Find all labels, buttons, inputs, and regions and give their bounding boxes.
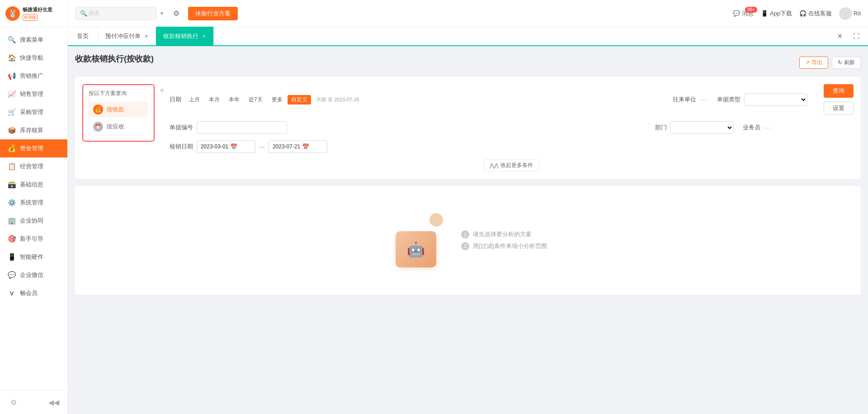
filter-fields: 日期 上月 本月 本年 近7天 更多 自定义 不限 至 2023-07-26 往… (170, 84, 854, 171)
refresh-button[interactable]: ↻ 刷新 (832, 57, 861, 69)
doc-number-field: 单据编号 (170, 121, 287, 134)
date-unlimited-text: 不限 至 2023-07-26 (316, 96, 359, 103)
date-field: 日期 上月 本月 本年 近7天 更多 自定义 不限 至 2023-07-26 (170, 95, 359, 105)
tab-actions: ✕ ⛶ (834, 30, 868, 43)
finance-icon: 💰 (7, 144, 16, 153)
header-search-area: 🔍 搜索 ▼ ⚙ 休验行业方案 (75, 6, 733, 21)
writeoff-end-date[interactable]: 2023-07-21 📅 (269, 140, 327, 153)
tab-prepaid-close[interactable]: ✕ (144, 33, 148, 39)
sidebar-item-system[interactable]: ⚙️ 系统管理 (0, 194, 67, 212)
search-dropdown-icon[interactable]: ▼ (159, 10, 165, 17)
marketing-icon: 📢 (7, 71, 16, 81)
sidebar-item-sales[interactable]: 📈 销售管理 (0, 85, 67, 103)
sales-icon: 📈 (7, 90, 16, 99)
messages-button[interactable]: 💬 消息 99+ (733, 10, 754, 18)
receivable-icon: ⏰ (93, 122, 103, 132)
sidebar-item-guide[interactable]: 🎯 新手引导 (0, 230, 67, 248)
filter-by-receipt[interactable]: 💰 按收款 (89, 102, 148, 117)
counterpart-field: 往来单位 ··· (673, 95, 708, 104)
member-icon: V (7, 289, 16, 298)
hint-2: 2 用[过滤]条件来缩小分析范围 (461, 242, 547, 250)
date-btn-7days[interactable]: 近7天 (245, 95, 267, 105)
sidebar-item-basic-info[interactable]: 🗃️ 基础信息 (0, 176, 67, 194)
sidebar-item-quick-nav[interactable]: 🏠 快捷导航 (0, 49, 67, 67)
settings-button[interactable]: 设置 (824, 101, 854, 115)
tab-expand-icon[interactable]: ⛶ (850, 30, 863, 43)
query-type-title: 按以下方案查询 (89, 90, 148, 97)
date-btn-this-month[interactable]: 本月 (205, 95, 224, 105)
dept-label: 部门 (655, 124, 667, 132)
industry-solution-button[interactable]: 休验行业方案 (188, 7, 238, 20)
date-btn-more[interactable]: 更多 (268, 95, 287, 105)
logo-icon: 🐰 (5, 6, 20, 21)
message-icon: 💬 (733, 10, 740, 17)
page-title: 收款核销执行(按收款) (75, 53, 154, 64)
tab-close-all-icon[interactable]: ✕ (834, 30, 846, 43)
search-box[interactable]: 🔍 搜索 (75, 7, 156, 20)
doc-type-select[interactable] (744, 93, 807, 106)
robot-head-bubble (429, 213, 443, 227)
logo-text: 畅捷通好生意 标准版 (23, 6, 52, 21)
sidebar-item-hardware[interactable]: 📱 智能硬件 (0, 248, 67, 266)
filter-by-receivable[interactable]: ⏰ 按应收 (89, 119, 148, 134)
empty-hints: 1 请先选择要分析的方案 2 用[过滤]条件来缩小分析范围 (461, 230, 547, 250)
search-icon: 🔍 (7, 35, 16, 44)
main-area: 🔍 搜索 ▼ ⚙ 休验行业方案 💬 消息 99+ 📱 App下载 🎧 在线客服 (68, 0, 868, 414)
staff-dots: ··· (764, 124, 772, 131)
tab-bar: 首页 预付冲应付单 ✕ 收款核销执行 ✕ ✕ ⛶ (68, 27, 868, 46)
chevron-up-icon: ⋀⋀ (490, 162, 499, 169)
hint-1-number: 1 (461, 230, 469, 238)
header-right-area: 💬 消息 99+ 📱 App下载 🎧 在线客服 Rit (733, 7, 861, 20)
tab-receivable[interactable]: 收款核销执行 ✕ (156, 27, 214, 46)
basic-info-icon: 🗃️ (7, 180, 16, 189)
collapse-more-area: ⋀⋀ 收起更多条件 (170, 159, 854, 171)
staff-field: 业务员 ··· (743, 124, 772, 132)
date-btn-this-year[interactable]: 本年 (225, 95, 244, 105)
tab-home[interactable]: 首页 (68, 27, 98, 46)
avatar-img (839, 7, 852, 20)
doc-number-input[interactable] (197, 121, 287, 134)
header-settings-icon[interactable]: ⚙ (169, 6, 184, 21)
date-btn-last-month[interactable]: 上月 (185, 95, 204, 105)
date-btn-custom[interactable]: 自定义 (288, 95, 311, 105)
sidebar-bottom: ⚙ ◀◀ (0, 390, 67, 414)
query-type-selector: 按以下方案查询 💰 按收款 ⏰ 按应收 (82, 84, 155, 142)
collapse-more-button[interactable]: ⋀⋀ 收起更多条件 (484, 159, 539, 171)
writeoff-start-date[interactable]: 2023-03-01 📅 (197, 140, 255, 153)
date-label: 日期 (170, 95, 181, 104)
sidebar-item-purchase[interactable]: 🛒 采购管理 (0, 103, 67, 121)
dept-select[interactable] (670, 121, 734, 134)
sidebar-collapse-icon[interactable]: ◀◀ (47, 396, 60, 409)
empty-illustration: 🤖 (389, 213, 443, 267)
filter-row-2: 单据编号 部门 业务员 ··· (170, 121, 854, 134)
tab-receivable-close[interactable]: ✕ (202, 33, 206, 39)
query-button[interactable]: 查询 (824, 84, 854, 98)
sidebar-item-member[interactable]: V 畅会员 (0, 284, 67, 302)
header: 🔍 搜索 ▼ ⚙ 休验行业方案 💬 消息 99+ 📱 App下载 🎧 在线客服 (68, 0, 868, 27)
sidebar-item-finance[interactable]: 💰 资金管理 (0, 139, 67, 157)
inventory-icon: 📦 (7, 126, 16, 135)
system-icon: ⚙️ (7, 198, 16, 207)
sidebar-item-wechat[interactable]: 💬 企业微信 (0, 266, 67, 284)
sidebar-settings-icon[interactable]: ⚙ (7, 396, 20, 409)
export-icon: ↗ (805, 59, 810, 66)
empty-state: 🤖 1 请先选择要分析的方案 2 用[过滤]条件来缩小分析范围 (75, 186, 861, 295)
user-avatar[interactable]: Rit (839, 7, 861, 20)
home-icon: 🏠 (7, 53, 16, 62)
app-download-button[interactable]: 📱 App下载 (761, 10, 792, 18)
collapse-icon[interactable]: « (158, 84, 166, 96)
export-button[interactable]: ↗ 导出 (799, 57, 828, 69)
sidebar-menu: 🔍 搜索菜单 🏠 快捷导航 📢 营销推广 📈 销售管理 🛒 采购管理 📦 库存核… (0, 27, 67, 390)
hardware-icon: 📱 (7, 252, 16, 262)
sidebar-item-search[interactable]: 🔍 搜索菜单 (0, 31, 67, 49)
sidebar-item-marketing[interactable]: 📢 营销推广 (0, 67, 67, 85)
sidebar-item-inventory[interactable]: 📦 库存核算 (0, 121, 67, 139)
sidebar-item-operations[interactable]: 📋 经营管理 (0, 157, 67, 176)
tab-prepaid[interactable]: 预付冲应付单 ✕ (98, 27, 156, 46)
online-support-button[interactable]: 🎧 在线客服 (799, 10, 832, 18)
calendar-start-icon: 📅 (230, 143, 237, 150)
enterprise-icon: 🏢 (7, 216, 16, 225)
sidebar-item-enterprise[interactable]: 🏢 企业协同 (0, 212, 67, 230)
doc-number-label: 单据编号 (170, 124, 193, 132)
sidebar: 🐰 畅捷通好生意 标准版 🔍 搜索菜单 🏠 快捷导航 📢 营销推广 📈 销售管理… (0, 0, 68, 414)
